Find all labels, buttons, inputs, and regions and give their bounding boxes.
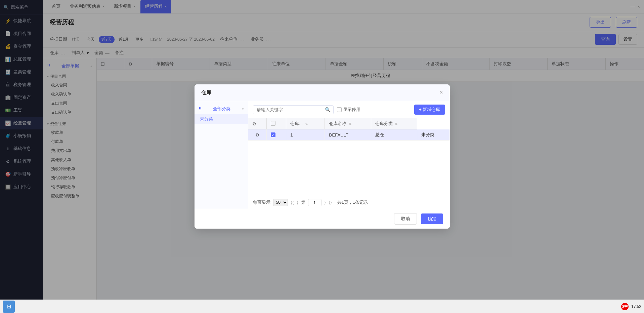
modal-per-page-label: 每页显示: [253, 199, 270, 205]
modal-next-page-icon[interactable]: ⟩: [324, 200, 326, 205]
wh-col-code-label: 仓库...: [290, 121, 303, 126]
wh-row-gear[interactable]: ⚙: [248, 129, 267, 141]
cancel-button[interactable]: 取消: [394, 213, 417, 225]
disabled-checkbox[interactable]: [337, 107, 342, 112]
taskbar-right: S中 17:52: [621, 303, 641, 310]
confirm-button[interactable]: 确定: [421, 213, 443, 224]
modal-body: ⠿ 全部分类 « 未分类 🔍 显示停用: [195, 101, 450, 209]
category-item-unclassified[interactable]: 未分类: [195, 114, 248, 124]
wh-col-category-label: 仓库分类: [375, 121, 393, 126]
search-input-wrap: 🔍: [253, 105, 334, 114]
wh-col-name-sort[interactable]: ⇅: [349, 122, 351, 126]
category-panel: ⠿ 全部分类 « 未分类: [195, 101, 248, 209]
taskbar-time: 17:52: [631, 304, 641, 309]
modal-footer: 取消 确定: [195, 209, 450, 229]
wh-col-category-sort[interactable]: ⇅: [395, 122, 397, 126]
wh-col-code: 仓库... ⇅: [286, 118, 325, 129]
windows-icon: ⊞: [7, 303, 11, 310]
wh-row-name: 总仓: [371, 129, 417, 141]
wh-checkbox-all[interactable]: [271, 121, 275, 126]
category-all-icon: ⠿: [199, 107, 202, 112]
category-header[interactable]: ⠿ 全部分类 «: [195, 104, 248, 114]
taskbar: ⊞ S中 17:52: [0, 300, 644, 313]
wh-col-name-label: 仓库名称: [329, 121, 346, 126]
modal-header: 仓库 ×: [195, 84, 450, 101]
wh-row-id: 1: [286, 129, 325, 141]
wh-col-name: 仓库名称 ⇅: [325, 118, 371, 129]
wh-row-code: DEFAULT: [325, 129, 371, 141]
wh-row-checkbox[interactable]: ✓: [266, 129, 286, 141]
modal-pagination: 每页显示 50 ⟨⟨ ⟨ 第 ⟩ ⟩⟩ 共1页，1条记录: [248, 196, 450, 209]
modal-prev-page-icon[interactable]: ⟨: [297, 200, 298, 205]
add-warehouse-button[interactable]: + 新增仓库: [414, 105, 445, 115]
wh-row-category: 未分类: [417, 129, 449, 141]
warehouse-toolbar: 🔍 显示停用 + 新增仓库: [248, 101, 450, 118]
modal-first-page-icon[interactable]: ⟨⟨: [291, 200, 294, 205]
wh-row-checkbox-icon[interactable]: ✓: [271, 132, 275, 137]
modal-close-button[interactable]: ×: [439, 89, 443, 96]
category-collapse-btn[interactable]: «: [242, 107, 244, 111]
taskbar-app-start[interactable]: ⊞: [3, 301, 15, 313]
modal-total-text: 共1页，1条记录: [337, 199, 368, 205]
show-disabled-label: 显示停用: [343, 107, 360, 113]
sogou-icon[interactable]: S中: [621, 303, 629, 310]
category-header-label: 全部分类: [213, 106, 230, 112]
wh-col-checkbox[interactable]: [266, 118, 286, 129]
wh-col-code-sort[interactable]: ⇅: [305, 122, 308, 126]
modal-page-label: 第: [301, 199, 305, 205]
warehouse-search-input[interactable]: [253, 106, 322, 114]
modal-last-page-icon[interactable]: ⟩⟩: [329, 200, 332, 205]
warehouse-panel: 🔍 显示停用 + 新增仓库 ⚙: [248, 101, 450, 209]
show-disabled-checkbox[interactable]: 显示停用: [337, 107, 360, 113]
wh-col-gear[interactable]: ⚙: [248, 118, 267, 129]
warehouse-table: ⚙ 仓库... ⇅ 仓库名称 ⇅: [248, 118, 450, 196]
wh-table: ⚙ 仓库... ⇅ 仓库名称 ⇅: [248, 118, 450, 141]
wh-col-category: 仓库分类 ⇅: [371, 118, 417, 129]
modal-title: 仓库: [201, 89, 211, 96]
warehouse-modal: 仓库 × ⠿ 全部分类 « 未分类 🔍: [195, 84, 450, 229]
modal-page-size-select[interactable]: 50: [273, 199, 288, 206]
search-magnifier-icon: 🔍: [322, 107, 333, 112]
modal-overlay: 仓库 × ⠿ 全部分类 « 未分类 🔍: [0, 0, 644, 313]
modal-page-input[interactable]: [308, 199, 321, 206]
warehouse-row[interactable]: ⚙ ✓ 1 DEFAULT 总仓 未分类: [248, 129, 450, 141]
